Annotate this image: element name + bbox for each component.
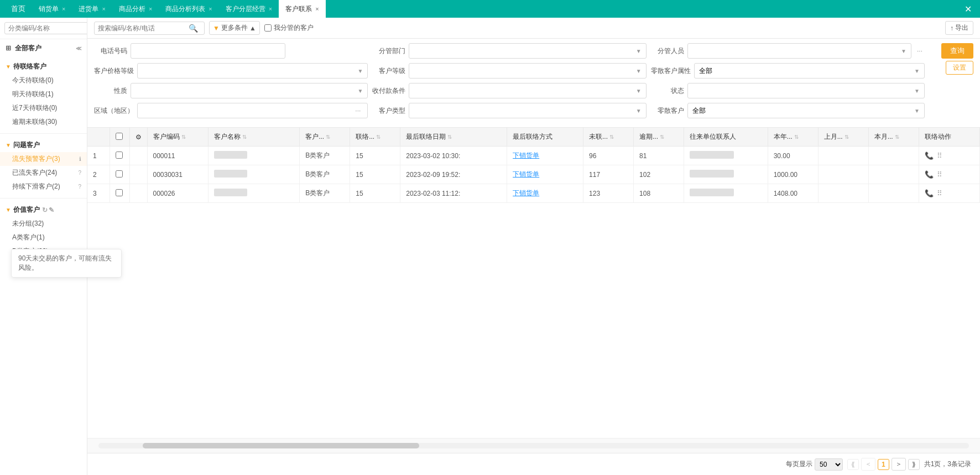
phone-action-icon-2[interactable]: 📞 [925, 170, 934, 179]
phone-action-icon-3[interactable]: 📞 [925, 189, 934, 197]
cell-overdue-3: 108 [634, 184, 684, 203]
sort-icon-this-month[interactable]: ⇅ [895, 134, 899, 140]
prev-page-button[interactable]: ＜ [861, 458, 875, 471]
sidebar-item-loss-warning[interactable]: 流失预警客户(3) ℹ [0, 152, 87, 166]
window-close-button[interactable]: ✕ [960, 1, 976, 17]
col-type: 客户... ⇅ [300, 128, 350, 147]
my-customers-checkbox[interactable] [264, 24, 272, 32]
filter-field-status: 状态 ▼ [651, 83, 925, 98]
settings-button[interactable]: 设置 [946, 61, 973, 75]
row-checkbox-2[interactable] [116, 170, 123, 178]
dept-select[interactable]: ▼ [409, 43, 646, 59]
page-navigation: ⟪ ＜ 1 ＞ ⟫ [847, 458, 920, 471]
sidebar-group-problem-header[interactable]: ▼ 问题客户 [0, 138, 87, 152]
filter-field-price-grade: 客户价格等级 ▼ [94, 63, 368, 79]
tab-sales[interactable]: 销货单 × [32, 0, 72, 18]
edit-icon[interactable]: ✎ [49, 206, 54, 214]
sidebar-item-tomorrow-pending[interactable]: 明天待联络(1) [0, 87, 87, 101]
sidebar-group-value-header[interactable]: ▼ 价值客户 ↻ ✎ [0, 203, 87, 217]
nature-select[interactable]: ▼ [131, 83, 368, 98]
export-button[interactable]: ↑ 导出 [945, 21, 973, 35]
col-settings[interactable]: ⚙ [129, 128, 147, 147]
manager-select[interactable]: ▼ [687, 43, 911, 59]
close-tab-sales[interactable]: × [62, 6, 65, 12]
tab-home[interactable]: 首页 [4, 0, 32, 18]
sidebar-item-overdue-pending[interactable]: 逾期未联络(30) [0, 115, 87, 129]
row-checkbox-3[interactable] [116, 189, 123, 196]
sidebar-item-class-a[interactable]: A类客户(1) [0, 231, 87, 244]
tab-analysis-list[interactable]: 商品分析列表 × [159, 0, 218, 18]
retail-attr-select[interactable]: 全部 ▼ [694, 63, 925, 79]
next-page-button[interactable]: ＞ [892, 458, 906, 471]
cell-unit-1 [684, 147, 768, 165]
close-tab-purchase[interactable]: × [102, 6, 105, 12]
sidebar-search-input[interactable] [4, 22, 87, 34]
sort-icon-code[interactable]: ⇅ [181, 134, 186, 140]
sidebar-group-pending-header[interactable]: ▼ 待联络客户 [0, 60, 87, 74]
close-tab-analysis[interactable]: × [149, 6, 152, 12]
manager-dots[interactable]: ··· [915, 47, 925, 55]
tab-customer-link[interactable]: 客户联系 × [279, 0, 325, 18]
last-page-button[interactable]: ⟫ [908, 459, 920, 470]
menu-action-icon-3[interactable]: ⠿ [937, 189, 942, 197]
price-grade-select[interactable]: ▼ [137, 63, 368, 79]
tab-customer-segment[interactable]: 客户分层经营 × [219, 0, 279, 18]
cell-year-3: 1408.00 [768, 184, 818, 203]
sort-icon-contact[interactable]: ⇅ [376, 134, 380, 140]
phone-input[interactable] [131, 43, 285, 59]
search-input[interactable] [98, 24, 186, 32]
refresh-icon[interactable]: ↻ [42, 206, 48, 214]
filter-field-retail-attr: 零散客户属性 全部 ▼ [651, 63, 925, 79]
status-select[interactable]: ▼ [687, 83, 925, 98]
method-link-2[interactable]: 下销货单 [513, 170, 539, 178]
arrow-down-icon: ▼ [6, 64, 11, 70]
sort-icon-type[interactable]: ⇅ [326, 134, 330, 140]
phone-action-icon-1[interactable]: 📞 [925, 152, 934, 160]
filter-field-phone: 电话号码 [94, 43, 368, 59]
sidebar-item-lost[interactable]: 已流失客户(24) ? [0, 166, 87, 180]
region-select[interactable]: ··· [137, 103, 368, 118]
retail-caret: ▼ [914, 108, 920, 114]
cell-name-2 [208, 165, 299, 184]
col-unit-contact: 往来单位联系人 [684, 128, 768, 147]
close-tab-customer-link[interactable]: × [315, 6, 319, 12]
menu-action-icon-1[interactable]: ⠿ [937, 152, 942, 160]
row-checkbox-1[interactable] [116, 152, 123, 159]
method-link-1[interactable]: 下销货单 [513, 152, 539, 159]
export-icon: ↑ [950, 24, 953, 32]
scroll-thumb[interactable] [143, 443, 419, 448]
retail-select[interactable]: 全部 ▼ [687, 103, 925, 118]
sort-icon-date[interactable]: ⇅ [447, 134, 452, 140]
tab-analysis[interactable]: 商品分析 × [112, 0, 159, 18]
sort-icon-overdue[interactable]: ⇅ [660, 134, 664, 140]
sidebar-item-today-pending[interactable]: 今天待联络(0) [0, 74, 87, 87]
close-tab-analysis-list[interactable]: × [208, 6, 212, 12]
customer-grade-select[interactable]: ▼ [409, 63, 646, 79]
region-dots[interactable]: ··· [353, 107, 363, 114]
customer-type-select[interactable]: ▼ [409, 103, 646, 118]
sort-icon-un[interactable]: ⇅ [609, 134, 614, 140]
first-page-button[interactable]: ⟪ [847, 459, 859, 470]
sort-icon-name[interactable]: ⇅ [242, 134, 247, 140]
select-all-checkbox[interactable] [116, 133, 123, 140]
sidebar-item-declining[interactable]: 持续下滑客户(2) ? [0, 180, 87, 194]
more-filters-button[interactable]: ▼ 更多条件 ▲ [209, 21, 260, 35]
method-link-3[interactable]: 下销货单 [513, 189, 539, 197]
close-tab-customer-segment[interactable]: × [269, 6, 272, 12]
sidebar-item-ungrouped[interactable]: 未分组(32) [0, 217, 87, 231]
cell-action-2: 📞 ⠿ [919, 165, 979, 184]
table-horizontal-scrollbar[interactable] [87, 438, 980, 453]
sidebar-item-7days-pending[interactable]: 近7天待联络(0) [0, 101, 87, 115]
page-size-dropdown[interactable]: 50 100 200 [815, 458, 843, 471]
sort-icon-last-month[interactable]: ⇅ [845, 134, 849, 140]
toolbar-search-icon[interactable]: 🔍 [189, 24, 198, 33]
menu-action-icon-2[interactable]: ⠿ [937, 170, 942, 179]
sort-icon-year[interactable]: ⇅ [794, 134, 799, 140]
status-label: 状态 [651, 86, 684, 96]
query-button[interactable]: 查询 [941, 43, 973, 59]
tab-purchase[interactable]: 进货单 × [72, 0, 112, 18]
payment-select[interactable]: ▼ [409, 83, 646, 98]
my-customers-checkbox-label[interactable]: 我分管的客户 [264, 23, 314, 33]
all-customers-item[interactable]: ⊞ 全部客户 ≪ [0, 39, 87, 58]
cell-unit-3 [684, 184, 768, 203]
